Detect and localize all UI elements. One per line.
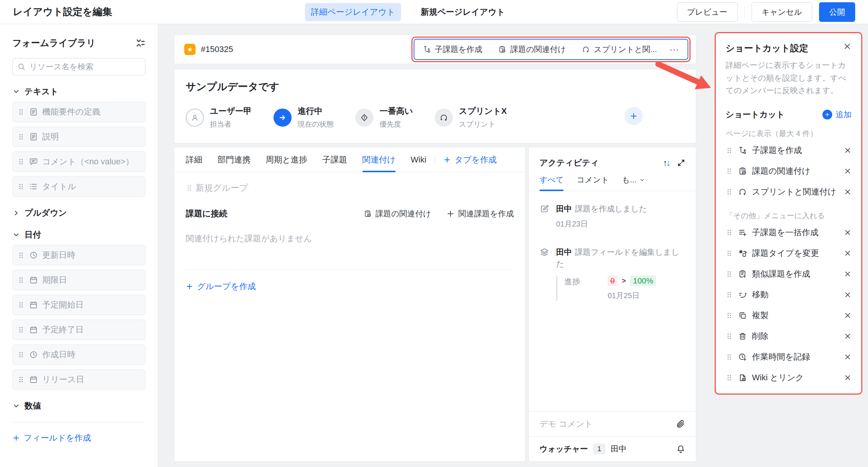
- drag-handle-icon[interactable]: [726, 167, 733, 175]
- expand-icon[interactable]: [677, 159, 685, 167]
- shortcut-list-item[interactable]: 削除: [726, 326, 851, 347]
- activity-tab[interactable]: すべて: [539, 175, 564, 191]
- remove-icon[interactable]: [844, 312, 851, 319]
- section-header[interactable]: テキスト: [12, 86, 145, 97]
- connect-action-button[interactable]: 関連課題を作成: [446, 208, 514, 219]
- issue-field[interactable]: 一番高い 優先度: [355, 106, 413, 129]
- detail-tab[interactable]: 部門連携: [217, 147, 251, 172]
- drag-handle-icon[interactable]: [726, 250, 733, 257]
- field-library-item[interactable]: コメント（<no value>）: [12, 152, 145, 172]
- add-shortcut-button[interactable]: 追加: [822, 109, 851, 120]
- remove-icon[interactable]: [844, 229, 851, 236]
- close-icon[interactable]: [843, 42, 851, 51]
- drag-handle-icon[interactable]: [17, 133, 25, 141]
- chevron-down-icon: [12, 88, 20, 95]
- drag-handle-icon[interactable]: [726, 353, 733, 361]
- field-library-item[interactable]: 更新日時: [12, 245, 145, 265]
- drag-handle-icon[interactable]: [726, 332, 733, 340]
- chevron-down-icon: [12, 231, 20, 239]
- collapse-all-icon[interactable]: [136, 38, 145, 48]
- drag-handle-icon[interactable]: [17, 251, 25, 259]
- detail-tab[interactable]: 詳細: [186, 147, 202, 172]
- drag-handle-icon[interactable]: [17, 376, 25, 383]
- field-library-item[interactable]: リリース日: [12, 369, 145, 390]
- activity-tab[interactable]: も...: [622, 175, 645, 191]
- shortcut-list-item[interactable]: 複製: [726, 305, 851, 326]
- drag-handle-icon[interactable]: [726, 312, 733, 319]
- remove-icon[interactable]: [844, 291, 851, 299]
- drag-handle-icon[interactable]: [17, 183, 25, 190]
- activity-tab[interactable]: コメント: [576, 175, 609, 191]
- detail-tab[interactable]: Wiki: [411, 147, 426, 172]
- toolbar-shortcut-button[interactable]: 子課題を作成: [423, 44, 483, 55]
- comment-input[interactable]: [539, 419, 676, 429]
- connect-action-button[interactable]: 課題の関連付け: [364, 208, 431, 219]
- field-library-item[interactable]: 期限日: [12, 270, 145, 290]
- remove-icon[interactable]: [844, 374, 851, 381]
- resource-search-input[interactable]: [12, 58, 145, 75]
- drag-handle-icon[interactable]: [726, 374, 733, 381]
- toolbar-shortcut-button[interactable]: スプリントと関...: [582, 44, 657, 55]
- toolbar-more-button[interactable]: ...: [670, 46, 679, 53]
- search-input[interactable]: [29, 62, 141, 71]
- drag-handle-icon[interactable]: [726, 188, 733, 196]
- cancel-button[interactable]: キャンセル: [752, 2, 812, 22]
- shortcut-list-item[interactable]: 類似課題を作成: [726, 264, 851, 285]
- drag-handle-icon[interactable]: [17, 351, 25, 358]
- create-group-button[interactable]: グループを作成: [186, 281, 514, 292]
- remove-icon[interactable]: [844, 188, 851, 196]
- detail-tab[interactable]: 周期と進捗: [266, 147, 307, 172]
- preview-button[interactable]: プレビュー: [677, 2, 738, 22]
- shortcut-list-item[interactable]: 子課題を作成: [726, 140, 851, 161]
- toolbar-shortcut-button[interactable]: 課題の関連付け: [498, 44, 566, 55]
- drag-handle-icon[interactable]: [726, 270, 733, 278]
- bell-icon[interactable]: [676, 444, 685, 453]
- remove-icon[interactable]: [844, 270, 851, 278]
- shortcut-list-item[interactable]: 課題の関連付け: [726, 161, 851, 182]
- field-library-item[interactable]: 予定開始日: [12, 295, 145, 315]
- drag-handle-icon[interactable]: [726, 229, 733, 236]
- issue-field[interactable]: スプリントX スプリント: [435, 106, 507, 129]
- shortcut-list-item[interactable]: スプリントと関連付け: [726, 182, 851, 202]
- section-header[interactable]: 日付: [12, 229, 145, 240]
- drag-handle-icon[interactable]: [17, 158, 25, 165]
- remove-icon[interactable]: [844, 353, 851, 361]
- field-library-item[interactable]: 機能要件の定義: [12, 102, 145, 122]
- new-group-placeholder[interactable]: 新規グループ: [186, 182, 514, 194]
- drag-handle-icon[interactable]: [17, 276, 25, 284]
- drag-handle-icon[interactable]: [186, 184, 193, 192]
- layout-tab[interactable]: 詳細ページレイアウト: [305, 3, 401, 21]
- drag-handle-icon[interactable]: [17, 301, 25, 309]
- layout-tab[interactable]: 新規ページレイアウト: [415, 3, 511, 21]
- field-library-item[interactable]: 作成日時: [12, 345, 145, 365]
- issue-field[interactable]: 進行中 現在の状態: [274, 106, 333, 129]
- shortcut-list-item[interactable]: Wiki とリンク: [726, 367, 851, 388]
- add-field-button[interactable]: [625, 107, 643, 125]
- sort-icon[interactable]: ↑↓: [663, 158, 669, 168]
- section-header[interactable]: プルダウン: [12, 207, 145, 219]
- drag-handle-icon[interactable]: [17, 108, 25, 116]
- drag-handle-icon[interactable]: [17, 326, 25, 334]
- issue-field[interactable]: ユーザー甲 担当者: [186, 106, 252, 129]
- section-header[interactable]: 数値: [12, 400, 145, 412]
- paperclip-icon[interactable]: [676, 420, 685, 429]
- field-library-item[interactable]: タイトル: [12, 176, 145, 197]
- shortcut-list-item[interactable]: 課題タイプを変更: [726, 243, 851, 264]
- drag-handle-icon[interactable]: [726, 291, 733, 299]
- remove-icon[interactable]: [844, 250, 851, 257]
- field-library-item[interactable]: 予定終了日: [12, 320, 145, 340]
- field-library-item[interactable]: 説明: [12, 127, 145, 147]
- publish-button[interactable]: 公開: [819, 2, 855, 22]
- detail-tab[interactable]: 子課題: [322, 147, 347, 172]
- sidebar-section: テキスト 機能要件の定義 説明: [12, 86, 145, 197]
- detail-tab[interactable]: 関連付け: [362, 147, 396, 172]
- shortcut-list-item[interactable]: 作業時間を記録: [726, 347, 851, 367]
- shortcut-list-item[interactable]: 移動: [726, 285, 851, 305]
- create-tab-button[interactable]: タブを作成: [443, 154, 497, 165]
- remove-icon[interactable]: [844, 147, 851, 154]
- shortcut-list-item[interactable]: 子課題を一括作成: [726, 222, 851, 243]
- remove-icon[interactable]: [844, 167, 851, 175]
- drag-handle-icon[interactable]: [726, 147, 733, 154]
- create-field-button[interactable]: フィールドを作成: [12, 432, 145, 444]
- remove-icon[interactable]: [844, 332, 851, 340]
